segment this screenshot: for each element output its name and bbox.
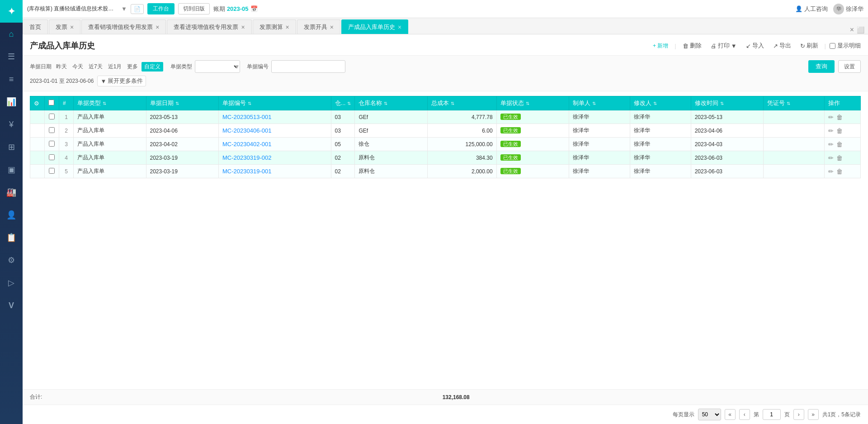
sidebar-item-home[interactable]: ⌂ [0, 23, 23, 45]
row-edit-icon[interactable]: ✏ [828, 141, 834, 148]
th-settings[interactable]: ⚙ [30, 96, 45, 110]
sidebar-item-media[interactable]: ▷ [0, 272, 23, 294]
query-btn[interactable]: 查询 [808, 60, 835, 73]
tab-invoice[interactable]: 发票 × [49, 19, 80, 34]
th-warehouse-name[interactable]: 仓库名称⇅ [355, 96, 428, 110]
date-7days-btn[interactable]: 近7天 [87, 62, 104, 71]
sidebar-item-list[interactable]: ≡ [0, 68, 23, 91]
row-delete-icon[interactable]: 🗑 [836, 154, 843, 162]
th-type[interactable]: 单据类型⇅ [74, 96, 146, 110]
tab-check-sale-vat-close[interactable]: × [156, 24, 159, 30]
page-next-btn[interactable]: › [793, 409, 804, 420]
switch-old-btn[interactable]: 切到旧版 [178, 3, 210, 14]
workstation-btn[interactable]: 工作台 [147, 3, 175, 14]
row-edit-icon[interactable]: ✏ [828, 168, 834, 175]
row-checkbox[interactable] [45, 151, 59, 165]
row-checkbox[interactable] [45, 165, 59, 178]
help-btn[interactable]: 👤 人工咨询 [795, 5, 828, 13]
sidebar-item-money[interactable]: ¥ [0, 113, 23, 136]
number-filter-input[interactable] [271, 60, 345, 73]
th-status[interactable]: 单据状态⇅ [496, 96, 569, 110]
tab-invoice-calc[interactable]: 发票测算 × [253, 19, 296, 34]
page-last-btn[interactable]: » [808, 409, 819, 420]
date-more-btn[interactable]: 更多 [125, 62, 140, 71]
export-btn[interactable]: ↗ 导出 [770, 40, 794, 52]
print-btn[interactable]: 🖨 打印 ▼ [708, 40, 740, 52]
type-filter-select[interactable] [195, 60, 240, 73]
row-checkbox[interactable] [45, 110, 59, 124]
refresh-btn[interactable]: ↻ 刷新 [797, 40, 821, 52]
tab-product-instock-close[interactable]: × [398, 24, 401, 30]
row-actions: ✏ 🗑 [825, 165, 861, 178]
page-input[interactable] [763, 409, 781, 420]
tab-check-buy-vat-close[interactable]: × [241, 24, 245, 30]
tab-invoice-open[interactable]: 发票开具 × [297, 19, 340, 34]
row-number[interactable]: MC-20230402-001 [219, 138, 331, 151]
row-number[interactable]: MC-20230319-001 [219, 165, 331, 178]
row-number[interactable]: MC-20230513-001 [219, 110, 331, 124]
row-checkbox[interactable] [45, 138, 59, 151]
calendar-icon[interactable]: 📅 [250, 5, 258, 12]
per-page-select[interactable]: 50 100 [698, 409, 721, 420]
sidebar-item-org[interactable]: ⊞ [0, 136, 23, 158]
th-voucher[interactable]: 凭证号⇅ [764, 96, 825, 110]
sidebar-item-gear[interactable]: ⚙ [0, 249, 23, 272]
dropdown-icon[interactable]: ▼ [121, 5, 127, 12]
th-date[interactable]: 单据日期⇅ [146, 96, 219, 110]
import-btn[interactable]: ↙ 导入 [743, 40, 767, 52]
row-checkbox[interactable] [45, 124, 59, 138]
new-btn[interactable]: + 新增 [650, 40, 671, 52]
th-modifier[interactable]: 修改人⇅ [630, 96, 691, 110]
page-prev-btn[interactable]: ‹ [739, 409, 750, 420]
tab-home[interactable]: 首页 [23, 19, 48, 34]
date-today-btn[interactable]: 今天 [71, 62, 85, 71]
expand-more-btn[interactable]: ▼ 展开更多条件 [97, 76, 146, 86]
select-all-checkbox[interactable] [48, 100, 54, 105]
delete-btn[interactable]: 🗑 删除 [680, 40, 704, 52]
row-number[interactable]: MC-20230319-002 [219, 151, 331, 165]
row-edit-icon[interactable]: ✏ [828, 127, 834, 134]
app-logo[interactable]: ✦ [0, 0, 23, 23]
tab-check-buy-vat[interactable]: 查看进项增值税专用发票 × [167, 19, 251, 34]
show-detail-label[interactable]: 显示明细 [830, 42, 861, 50]
tab-invoice-close[interactable]: × [70, 24, 74, 30]
row-delete-icon[interactable]: 🗑 [836, 141, 843, 148]
page-suffix: 页 [784, 411, 790, 419]
page-first-btn[interactable]: « [725, 409, 736, 420]
row-edit-icon[interactable]: ✏ [828, 114, 834, 121]
tab-check-sale-vat[interactable]: 查看销项增值税专用发票 × [81, 19, 166, 34]
th-modify-time[interactable]: 修改时间⇅ [691, 96, 764, 110]
sidebar-item-box[interactable]: ▣ [0, 158, 23, 181]
period-label: 账期 2023-05 📅 [213, 5, 258, 13]
show-detail-checkbox[interactable] [830, 43, 835, 49]
row-delete-icon[interactable]: 🗑 [836, 127, 843, 134]
th-creator[interactable]: 制单人⇅ [569, 96, 630, 110]
row-status: 已生效 [496, 165, 569, 178]
row-delete-icon[interactable]: 🗑 [836, 114, 843, 121]
header-actions: + 新增 | 🗑 删除 🖨 打印 ▼ ↙ 导入 ↗ 导出 [650, 40, 861, 52]
th-total-cost[interactable]: 总成本⇅ [427, 96, 496, 110]
sidebar-item-report[interactable]: 📋 [0, 226, 23, 249]
tab-window-maximize[interactable]: ⬜ [857, 26, 864, 33]
tab-invoice-calc-close[interactable]: × [286, 24, 289, 30]
date-yesterday-btn[interactable]: 昨天 [54, 62, 69, 71]
doc-icon-btn[interactable]: 📄 [131, 4, 144, 14]
date-custom-btn[interactable]: 自定义 [142, 62, 163, 71]
sidebar-item-doc[interactable]: ☰ [0, 45, 23, 68]
row-delete-icon[interactable]: 🗑 [836, 168, 843, 175]
row-status: 已生效 [496, 138, 569, 151]
th-number[interactable]: 单据编号⇅ [219, 96, 331, 110]
th-warehouse-code[interactable]: 仓...⇅ [331, 96, 355, 110]
tab-window-close[interactable]: × [850, 26, 854, 34]
sidebar-item-warehouse[interactable]: 🏭 [0, 181, 23, 204]
row-number[interactable]: MC-20230406-001 [219, 124, 331, 138]
sidebar-item-v[interactable]: V [0, 294, 23, 317]
row-edit-icon[interactable]: ✏ [828, 154, 834, 162]
th-checkbox[interactable] [45, 96, 59, 110]
sidebar-item-chart[interactable]: 📊 [0, 91, 23, 113]
tab-invoice-open-close[interactable]: × [330, 24, 334, 30]
sidebar-item-person[interactable]: 👤 [0, 204, 23, 226]
date-1month-btn[interactable]: 近1月 [106, 62, 124, 71]
setting-btn[interactable]: 设置 [838, 60, 861, 73]
tab-product-instock[interactable]: 产成品入库单历史 × [341, 19, 408, 34]
